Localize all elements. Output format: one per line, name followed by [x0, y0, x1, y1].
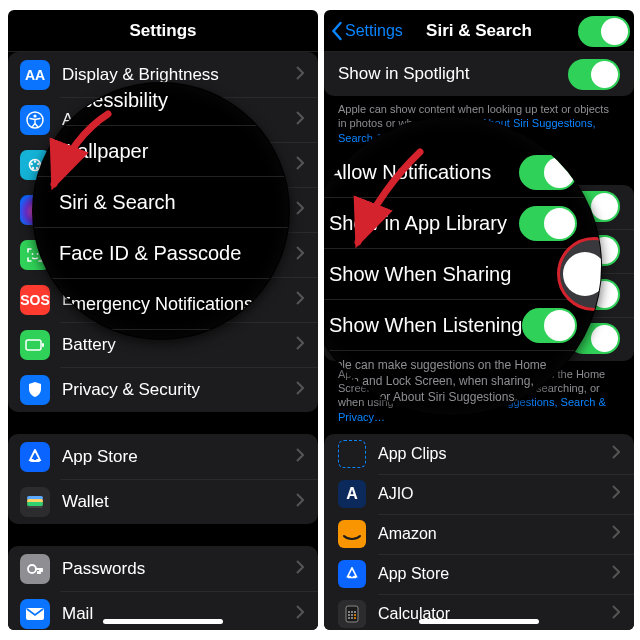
chevron-right-icon [612, 445, 620, 463]
chevron-right-icon [296, 448, 304, 466]
chevron-right-icon [296, 605, 304, 623]
chevron-right-icon [612, 605, 620, 623]
display-icon: AA [20, 60, 50, 90]
section-header: SUGGESTIONS FROM APPLE [324, 155, 634, 185]
toggle[interactable] [568, 235, 620, 266]
svg-rect-15 [27, 502, 43, 506]
row-emergency[interactable]: SOS Emergency SOS [8, 277, 318, 322]
row-battery[interactable]: Battery [8, 322, 318, 367]
svg-point-23 [348, 614, 350, 616]
right-screenshot: Settings Siri & Search Show in Spotlight… [324, 10, 634, 630]
svg-point-16 [28, 565, 36, 573]
svg-point-25 [354, 614, 356, 616]
header-title: Siri & Search [426, 21, 532, 41]
row-show-spotlight[interactable]: Show in Spotlight [324, 52, 634, 96]
chevron-right-icon [296, 66, 304, 84]
app-row-appclips[interactable]: App Clips [324, 434, 634, 474]
row-wallet[interactable]: Wallet [8, 479, 318, 524]
chevron-right-icon [296, 111, 304, 129]
chevron-right-icon [296, 560, 304, 578]
mail-icon [20, 599, 50, 629]
row-appstore[interactable]: App Store [8, 434, 318, 479]
appclips-icon [338, 440, 366, 468]
left-screenshot: Settings AA Display & Brightness Accessi… [8, 10, 318, 630]
svg-point-24 [351, 614, 353, 616]
svg-point-1 [33, 114, 36, 117]
row-allow-notifications[interactable]: Allow Notifications [324, 185, 634, 229]
svg-rect-10 [26, 340, 41, 350]
chevron-right-icon [296, 381, 304, 399]
chevron-right-icon [296, 493, 304, 511]
svg-point-7 [31, 162, 33, 164]
hint-text: Apple can make suggestions in Spotlight,… [324, 361, 634, 434]
row-accessibility[interactable]: Accessibility [8, 97, 318, 142]
row-show-app-library[interactable]: Show in App Library [324, 229, 634, 273]
header-title: Settings [129, 21, 196, 41]
svg-point-28 [354, 617, 356, 619]
faceid-icon [20, 240, 50, 270]
battery-icon [20, 330, 50, 360]
svg-point-4 [37, 162, 39, 164]
appstore-icon [20, 442, 50, 472]
passwords-icon [20, 554, 50, 584]
row-show-when-sharing[interactable]: Show When Sharing [324, 273, 634, 317]
home-indicator[interactable] [419, 619, 539, 624]
wallet-icon [20, 487, 50, 517]
svg-point-6 [32, 166, 34, 168]
svg-point-26 [348, 617, 350, 619]
siri-icon [20, 195, 50, 225]
toggle[interactable] [568, 191, 620, 222]
chevron-right-icon [612, 565, 620, 583]
privacy-icon [20, 375, 50, 405]
row-display-brightness[interactable]: AA Display & Brightness [8, 52, 318, 97]
row-passwords[interactable]: Passwords [8, 546, 318, 591]
amazon-icon [338, 520, 366, 548]
chevron-right-icon [296, 336, 304, 354]
row-siri-search[interactable]: Siri & Search [8, 187, 318, 232]
header-siri-search: Settings Siri & Search [324, 10, 634, 52]
toggle[interactable] [568, 323, 620, 354]
accessibility-icon [20, 105, 50, 135]
hint-text: Apple can show content when looking up t… [324, 96, 634, 155]
svg-rect-11 [42, 343, 44, 347]
wallpaper-icon [20, 150, 50, 180]
app-row-amazon[interactable]: Amazon [324, 514, 634, 554]
row-wallpaper[interactable]: Wallpaper [8, 142, 318, 187]
ajio-icon: A [338, 480, 366, 508]
appstore-icon [338, 560, 366, 588]
chevron-right-icon [296, 201, 304, 219]
svg-point-3 [34, 160, 36, 162]
row-faceid[interactable]: Face ID & Passcode [8, 232, 318, 277]
chevron-right-icon [296, 246, 304, 264]
chevron-right-icon [612, 485, 620, 503]
calculator-icon [338, 600, 366, 628]
app-row-calculator[interactable]: Calculator [324, 594, 634, 630]
settings-list: AA Display & Brightness Accessibility Wa… [8, 52, 318, 630]
home-indicator[interactable] [103, 619, 223, 624]
back-button[interactable]: Settings [330, 21, 403, 41]
sos-icon: SOS [20, 285, 50, 315]
svg-point-21 [351, 611, 353, 613]
header-settings: Settings [8, 10, 318, 52]
app-row-ajio[interactable]: A AJIO [324, 474, 634, 514]
svg-point-27 [351, 617, 353, 619]
svg-point-9 [37, 253, 39, 255]
svg-point-20 [348, 611, 350, 613]
row-mail[interactable]: Mail [8, 591, 318, 630]
svg-point-8 [32, 253, 34, 255]
toggle-spotlight[interactable] [568, 59, 620, 90]
chevron-right-icon [612, 525, 620, 543]
toggle-partial[interactable] [578, 16, 630, 47]
svg-point-22 [354, 611, 356, 613]
toggle-sharing[interactable] [568, 279, 620, 310]
chevron-right-icon [296, 156, 304, 174]
svg-point-5 [36, 166, 38, 168]
row-privacy[interactable]: Privacy & Security [8, 367, 318, 412]
app-row-appstore[interactable]: App Store [324, 554, 634, 594]
chevron-right-icon [296, 291, 304, 309]
row-show-when-listening[interactable]: Show When Listening [324, 317, 634, 361]
